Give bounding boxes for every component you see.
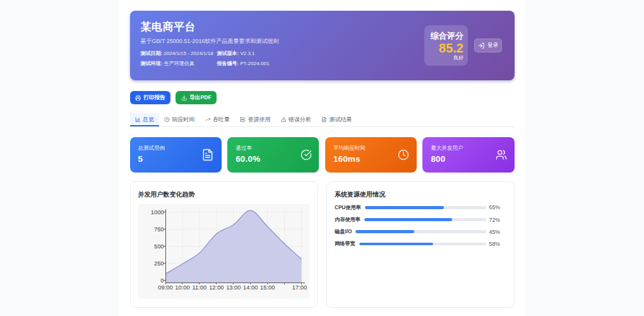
svg-text:750: 750 bbox=[153, 227, 164, 233]
svg-text:0: 0 bbox=[160, 277, 164, 284]
svg-text:10:00: 10:00 bbox=[175, 284, 189, 291]
svg-text:250: 250 bbox=[153, 260, 164, 267]
svg-text:1000: 1000 bbox=[150, 210, 164, 216]
svg-text:13:00: 13:00 bbox=[226, 284, 241, 291]
svg-text:15:00: 15:00 bbox=[260, 284, 275, 291]
svg-text:11:00: 11:00 bbox=[192, 284, 206, 291]
svg-text:500: 500 bbox=[153, 244, 164, 250]
svg-text:17:00: 17:00 bbox=[292, 284, 306, 291]
svg-text:14:00: 14:00 bbox=[243, 284, 258, 291]
svg-text:09:00: 09:00 bbox=[158, 284, 172, 291]
svg-text:12:00: 12:00 bbox=[209, 284, 224, 291]
